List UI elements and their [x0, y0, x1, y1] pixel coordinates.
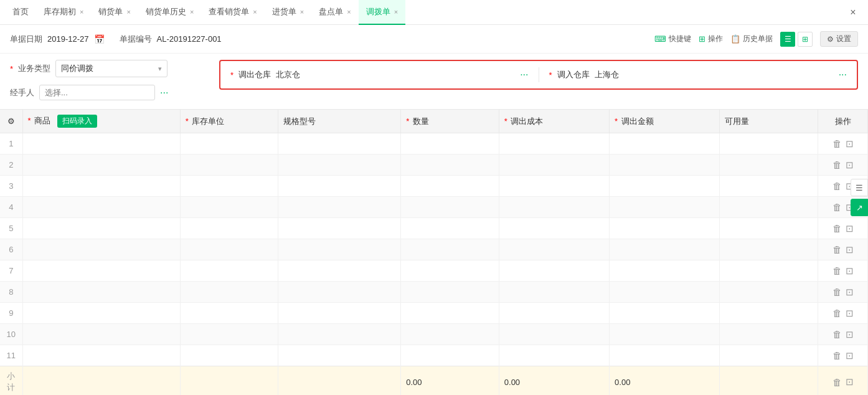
tab-close-transfer-order[interactable]: × [394, 8, 398, 16]
th-gear[interactable]: ⚙ [0, 110, 22, 133]
transfer-cost-cell[interactable] [499, 324, 609, 345]
delete-row-button[interactable]: 🗑 [833, 329, 842, 340]
delete-row-button[interactable]: 🗑 [833, 159, 842, 170]
transfer-cost-cell[interactable] [499, 197, 609, 218]
spec-cell[interactable] [278, 133, 401, 155]
copy-row-button[interactable]: ⊡ [846, 350, 854, 361]
transfer-amount-cell[interactable] [610, 218, 720, 239]
quantity-cell[interactable] [401, 197, 499, 218]
operator-more-button[interactable]: ··· [160, 87, 168, 98]
copy-row-button[interactable]: ⊡ [846, 329, 854, 340]
unit-cell[interactable] [180, 324, 278, 345]
spec-cell[interactable] [278, 324, 401, 345]
delete-row-button[interactable]: 🗑 [833, 181, 842, 191]
transfer-cost-cell[interactable] [499, 155, 609, 176]
product-cell[interactable] [22, 155, 180, 176]
tab-sales-order[interactable]: 销货单 × [91, 0, 138, 25]
tab-view-sales[interactable]: 查看销货单 × [201, 0, 264, 25]
unit-cell[interactable] [180, 282, 278, 303]
transfer-amount-cell[interactable] [610, 324, 720, 345]
quantity-cell[interactable] [401, 324, 499, 345]
copy-row-button[interactable]: ⊡ [846, 265, 854, 277]
operations-action[interactable]: ⊞ 操作 [699, 34, 723, 44]
product-cell[interactable] [22, 260, 180, 282]
product-cell[interactable] [22, 218, 180, 239]
unit-cell[interactable] [180, 133, 278, 155]
unit-cell[interactable] [180, 345, 278, 366]
quantity-cell[interactable] [401, 218, 499, 239]
available-cell[interactable] [720, 133, 818, 155]
available-cell[interactable] [720, 155, 818, 176]
spec-cell[interactable] [278, 260, 401, 282]
copy-row-button[interactable]: ⊡ [846, 138, 854, 150]
spec-cell[interactable] [278, 176, 401, 197]
available-cell[interactable] [720, 303, 818, 324]
quantity-cell[interactable] [401, 345, 499, 366]
product-cell[interactable] [22, 303, 180, 324]
delete-row-button[interactable]: 🗑 [833, 138, 842, 149]
calendar-icon[interactable]: 📅 [94, 34, 105, 44]
tab-close-inventory-init[interactable]: × [80, 8, 83, 16]
transfer-amount-cell[interactable] [610, 176, 720, 197]
spec-cell[interactable] [278, 282, 401, 303]
spec-cell[interactable] [278, 345, 401, 366]
delete-row-button[interactable]: 🗑 [833, 308, 842, 318]
transfer-cost-cell[interactable] [499, 176, 609, 197]
product-cell[interactable] [22, 345, 180, 366]
product-cell[interactable] [22, 133, 180, 155]
available-cell[interactable] [720, 176, 818, 197]
transfer-amount-cell[interactable] [610, 239, 720, 260]
quantity-cell[interactable] [401, 133, 499, 155]
available-cell[interactable] [720, 324, 818, 345]
tab-sales-history[interactable]: 销货单历史 × [138, 0, 201, 25]
transfer-cost-cell[interactable] [499, 303, 609, 324]
copy-row-button[interactable]: ⊡ [846, 223, 854, 234]
transfer-amount-cell[interactable] [610, 155, 720, 176]
transfer-amount-cell[interactable] [610, 197, 720, 218]
copy-row-button[interactable]: ⊡ [846, 287, 854, 298]
product-cell[interactable] [22, 197, 180, 218]
tab-transfer-order[interactable]: 调拨单 × [359, 0, 405, 25]
available-cell[interactable] [720, 260, 818, 282]
spec-cell[interactable] [278, 197, 401, 218]
quantity-cell[interactable] [401, 176, 499, 197]
transfer-amount-cell[interactable] [610, 345, 720, 366]
available-cell[interactable] [720, 239, 818, 260]
quantity-cell[interactable] [401, 155, 499, 176]
transfer-cost-cell[interactable] [499, 133, 609, 155]
delete-row-button[interactable]: 🗑 [833, 350, 842, 361]
tab-close-stock-check[interactable]: × [347, 8, 351, 16]
copy-row-button[interactable]: ⊡ [846, 159, 854, 171]
tab-home[interactable]: 首页 [5, 0, 36, 25]
sidebar-list-button[interactable]: ☰ [851, 179, 868, 196]
copy-row-button[interactable]: ⊡ [846, 308, 854, 319]
transfer-cost-cell[interactable] [499, 260, 609, 282]
quantity-cell[interactable] [401, 282, 499, 303]
transfer-cost-cell[interactable] [499, 282, 609, 303]
transfer-amount-cell[interactable] [610, 133, 720, 155]
window-close-button[interactable]: × [843, 2, 863, 22]
available-cell[interactable] [720, 345, 818, 366]
quantity-cell[interactable] [401, 260, 499, 282]
grid-view-button[interactable]: ⊞ [798, 32, 813, 47]
delete-row-button[interactable]: 🗑 [833, 223, 842, 234]
list-view-button[interactable]: ☰ [780, 32, 795, 47]
tab-stock-check[interactable]: 盘点单 × [311, 0, 358, 25]
settings-button[interactable]: ⚙ 设置 [820, 31, 858, 47]
unit-cell[interactable] [180, 155, 278, 176]
operator-input[interactable] [39, 85, 155, 100]
unit-cell[interactable] [180, 197, 278, 218]
tab-close-sales-order[interactable]: × [126, 8, 130, 16]
spec-cell[interactable] [278, 303, 401, 324]
delete-row-button[interactable]: 🗑 [833, 287, 842, 297]
unit-cell[interactable] [180, 303, 278, 324]
available-cell[interactable] [720, 218, 818, 239]
transfer-cost-cell[interactable] [499, 218, 609, 239]
unit-cell[interactable] [180, 218, 278, 239]
transfer-out-more-button[interactable]: ··· [520, 69, 528, 80]
spec-cell[interactable] [278, 155, 401, 176]
product-cell[interactable] [22, 239, 180, 260]
transfer-amount-cell[interactable] [610, 260, 720, 282]
delete-row-button[interactable]: 🗑 [833, 202, 842, 212]
transfer-amount-cell[interactable] [610, 303, 720, 324]
